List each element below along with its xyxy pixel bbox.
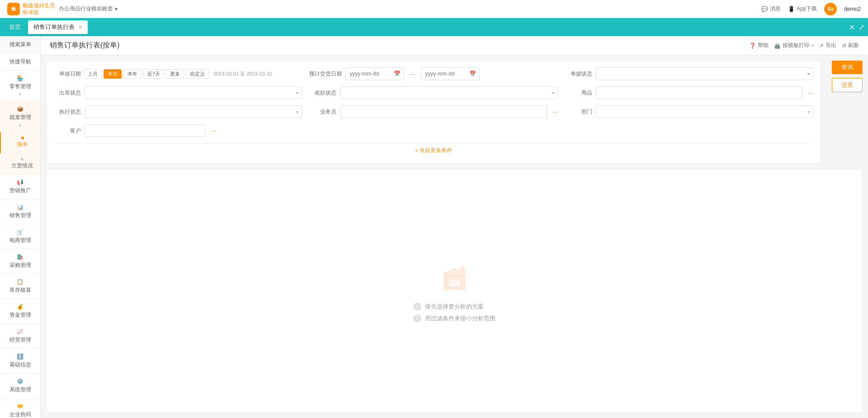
department-label: 部门 [565, 108, 592, 116]
sidebar-item-inventory-check[interactable]: 📋 库存核算 [0, 274, 40, 299]
pressing-dot [21, 137, 24, 139]
payment-status-filter: 收款状态 [309, 86, 557, 99]
top-header: 畅 畅捷做好生意 标准版 办公用品行业模拟账套 ▾ 💬 消息 📱 App下载 E… [0, 0, 868, 18]
tip-num-2: 2 [413, 314, 421, 323]
sidebar-item-sales-mgmt[interactable]: 📊 销售管理 [0, 200, 40, 224]
sidebar-item-debt[interactable]: 欠货情况 [0, 153, 40, 175]
order-status-select-wrapper: ▾ [596, 67, 813, 80]
customer-ellipsis-icon[interactable]: ··· [211, 127, 217, 134]
print-dropdown-icon[interactable]: ▾ [811, 43, 814, 48]
svg-point-2 [458, 265, 467, 274]
sidebar-item-wholesale-mgmt[interactable]: 📦 批发管理 ▴ [0, 101, 40, 132]
order-status-input[interactable] [596, 67, 813, 80]
sidebar-item-retail-mgmt[interactable]: 🏪 零售管理 ▾ [0, 71, 40, 101]
breadcrumb: 办公用品行业模拟账套 ▾ [59, 5, 118, 13]
refresh-icon: ↺ [842, 43, 846, 49]
tab-close-icon[interactable]: ✕ [78, 24, 82, 30]
sidebar-item-enterprise-collab[interactable]: 🤝 企业协同 [0, 399, 40, 418]
payment-status-select-wrapper [340, 86, 557, 99]
tab-sales-order-exec[interactable]: 销售订单执行表 ✕ [28, 20, 88, 34]
content-area: 销售订单执行表(按单) ❓ 帮助 🖨️ 按模板打印 ▾ ↗ 导出 ↺ 刷新 [41, 36, 868, 418]
product-ellipsis-icon[interactable]: ··· [808, 89, 813, 96]
empty-state: 1 请先选择要分析的方案 2 用过滤条件来缩小分析范围 [46, 169, 863, 413]
department-select[interactable] [596, 105, 813, 118]
salesperson-input[interactable] [340, 105, 547, 118]
date-filter: 单据日期 上月 本月 本年 近7天 更多 自定义 2023-03-01 至 20… [54, 69, 302, 79]
collapse-bar[interactable]: « 收起更多条件 [54, 143, 813, 157]
delivery-status-select-wrapper [85, 86, 302, 99]
retail-icon: 🏪 [17, 75, 24, 81]
message-icon: 💬 [761, 6, 768, 12]
tab-close-all-icon[interactable]: ✕ [849, 23, 855, 32]
help-icon: ❓ [749, 43, 756, 49]
sidebar: 搜索菜单 快捷导航 🏪 零售管理 ▾ 📦 批发管理 ▴ 按单 欠货情况 📢 营销… [0, 36, 41, 418]
delivery-status-select[interactable] [85, 86, 302, 99]
sidebar-item-marketing-promo[interactable]: 📢 营销推广 [0, 175, 40, 200]
date-btn-this-year[interactable]: 本年 [123, 69, 142, 79]
product-input[interactable] [596, 86, 803, 99]
filter-panel: 单据日期 上月 本月 本年 近7天 更多 自定义 2023-03-01 至 20… [46, 61, 821, 164]
salesperson-label: 业务员 [309, 108, 336, 116]
calendar-from-icon: 📅 [394, 71, 401, 77]
finance-icon: 💰 [17, 304, 24, 310]
print-icon: 🖨️ [774, 43, 781, 49]
customer-label: 客户 [54, 127, 81, 135]
execution-status-select[interactable] [85, 105, 302, 118]
export-button[interactable]: ↗ 导出 [819, 42, 836, 49]
inventory-icon: 📋 [17, 279, 24, 285]
retail-arrow-icon: ▾ [19, 92, 21, 96]
execution-status-select-wrapper [85, 105, 302, 118]
sidebar-item-quick-nav[interactable]: 快捷导航 [0, 53, 40, 71]
date-btn-last-7-days[interactable]: 近7天 [143, 69, 164, 79]
salesperson-ellipsis-icon[interactable]: ··· [552, 108, 558, 115]
search-button[interactable]: 查询 [832, 61, 863, 74]
message-action[interactable]: 💬 消息 [761, 5, 781, 13]
payment-status-select[interactable] [340, 86, 557, 99]
empty-tips: 1 请先选择要分析的方案 2 用过滤条件来缩小分析范围 [413, 303, 495, 323]
refresh-button[interactable]: ↺ 刷新 [842, 42, 859, 49]
date-btn-last-month[interactable]: 上月 [84, 69, 102, 79]
empty-tip-1: 1 请先选择要分析的方案 [413, 303, 495, 311]
customer-input[interactable] [85, 124, 206, 137]
expected-date-filter: 预计交货日期 📅 — 📅 [309, 67, 557, 80]
app-download-action[interactable]: 📱 App下载 [788, 5, 817, 13]
tab-expand-icon[interactable]: ⤢ [859, 23, 864, 32]
order-status-label: 单据状态 [565, 70, 592, 78]
calendar-to-icon: 📅 [469, 71, 476, 77]
print-button[interactable]: 🖨️ 按模板打印 ▾ [774, 42, 814, 49]
user-name[interactable]: demo2 [844, 6, 861, 12]
date-range-text: 2023-03-01 至 2023-03-31 [213, 71, 272, 77]
sidebar-item-ecommerce-mgmt[interactable]: 🛒 电商管理 [0, 224, 40, 249]
department-filter: 部门 [565, 105, 813, 118]
page-title: 销售订单执行表(按单) [50, 41, 120, 50]
date-btn-custom[interactable]: 自定义 [186, 69, 209, 79]
help-button[interactable]: ❓ 帮助 [749, 42, 769, 49]
svg-rect-1 [449, 279, 460, 286]
filter-row-2: 出库状态 收款状态 [54, 86, 813, 99]
date-btn-more[interactable]: 更多 [166, 69, 184, 79]
filter-row-3: 执行状态 业务员 ··· [54, 105, 813, 118]
sidebar-item-purchase-mgmt[interactable]: 🛍️ 采购管理 [0, 249, 40, 274]
sidebar-item-finance-mgmt[interactable]: 💰 资金管理 [0, 299, 40, 324]
product-label: 商品 [565, 89, 592, 97]
wholesale-icon: 📦 [17, 106, 24, 112]
date-buttons: 上月 本月 本年 近7天 更多 自定义 [84, 69, 209, 79]
empty-tip-2: 2 用过滤条件来缩小分析范围 [413, 314, 495, 323]
sidebar-item-operations-mgmt[interactable]: 📈 经营管理 [0, 324, 40, 349]
sidebar-item-system-mgmt[interactable]: ⚙️ 系统管理 [0, 374, 40, 399]
date-btn-this-month[interactable]: 本月 [104, 69, 122, 79]
sidebar-search-menu[interactable]: 搜索菜单 [0, 36, 40, 53]
sidebar-item-pressing[interactable]: 按单 [0, 132, 40, 153]
delivery-status-label: 出库状态 [54, 89, 81, 97]
filter-row-1: 单据日期 上月 本月 本年 近7天 更多 自定义 2023-03-01 至 20… [54, 67, 813, 80]
setting-button[interactable]: 设置 [832, 78, 863, 92]
execution-status-filter: 执行状态 [54, 105, 302, 118]
collapse-icon: « [415, 147, 418, 153]
delivery-status-filter: 出库状态 [54, 86, 302, 99]
expected-date-from-wrapper: 📅 [345, 67, 404, 80]
sidebar-item-basic-info[interactable]: ℹ️ 基础信息 [0, 349, 40, 374]
breadcrumb-arrow-icon[interactable]: ▾ [115, 6, 118, 12]
tab-home[interactable]: 首页 [4, 20, 26, 34]
main-layout: 搜索菜单 快捷导航 🏪 零售管理 ▾ 📦 批发管理 ▴ 按单 欠货情况 📢 营销… [0, 36, 868, 418]
date-label: 单据日期 [54, 70, 81, 78]
